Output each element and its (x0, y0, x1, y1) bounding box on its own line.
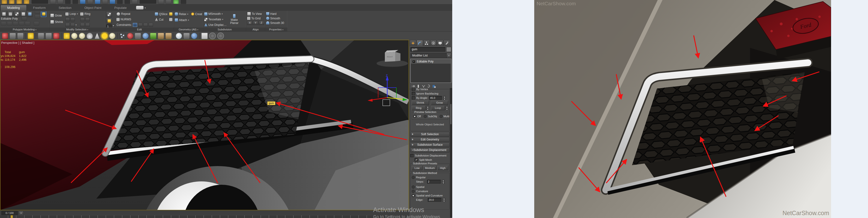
align-to-grid-button[interactable]: To Grid (247, 16, 264, 21)
previous-modifier-icon[interactable] (35, 11, 40, 14)
molecule-icon[interactable] (127, 33, 133, 39)
ring-button[interactable]: Ring (412, 106, 426, 110)
smooth-edges-button[interactable]: Smooth (266, 16, 286, 21)
loop-shrink-icon[interactable] (70, 17, 75, 21)
ring-spinner[interactable] (426, 106, 429, 110)
align-to-view-button[interactable]: To View (247, 11, 264, 16)
shrink-button[interactable]: Shrink (50, 20, 63, 25)
cut-button[interactable]: Cut (155, 17, 167, 22)
video-camera-icon[interactable] (53, 33, 59, 39)
ox-animal-icon[interactable] (165, 33, 172, 39)
viewport-label[interactable]: Perspective ] [ Shaded ] (1, 41, 34, 44)
by-angle-field[interactable]: 45.0 (429, 96, 442, 100)
loop-button[interactable]: Loop (431, 106, 445, 110)
relax-button[interactable]: Relax▾ (175, 11, 189, 16)
object-color-swatch[interactable] (446, 47, 451, 52)
tab-create-icon[interactable] (410, 40, 416, 46)
select-object-icon[interactable] (50, 0, 56, 4)
regular-radio-row[interactable]: Regular (412, 175, 448, 179)
notes-icon[interactable] (202, 33, 208, 39)
minimize-ribbon-icon[interactable] (136, 6, 144, 9)
poly-tool-icon-2[interactable] (7, 21, 12, 26)
grow-button[interactable]: Grow (50, 13, 63, 18)
msmooth-button[interactable]: MSmooth▾ (204, 11, 226, 16)
show-end-result-icon[interactable] (416, 84, 420, 88)
pin-stack-icon[interactable] (411, 84, 415, 88)
blue-sphere-icon[interactable] (191, 33, 197, 39)
selection-filter-dropdown[interactable] (31, 0, 49, 4)
steps-field[interactable]: 2 (427, 180, 441, 184)
preview-subobj-radio[interactable] (424, 115, 427, 118)
split-mesh-checkbox[interactable]: ✓Split Mesh (410, 158, 450, 162)
constrain-none-icon[interactable] (133, 23, 137, 27)
expand-stack-icon[interactable]: + (412, 60, 415, 63)
preset-medium-button[interactable]: Medium (424, 166, 436, 170)
window-crossing-icon[interactable] (72, 0, 78, 4)
texture-tiles-icon[interactable] (183, 33, 190, 39)
remove-modifier-icon[interactable] (427, 84, 431, 88)
tab-modeling[interactable]: Modeling (0, 5, 27, 11)
time-slider-handle[interactable] (10, 215, 13, 218)
make-unique-icon[interactable] (422, 84, 425, 88)
edge-spinner[interactable] (443, 198, 445, 202)
ring-grow-icon[interactable] (80, 17, 85, 21)
ribbon-options-caret-icon[interactable]: ▾ (145, 7, 146, 9)
subdivision-displacement-checkbox[interactable]: Subdivision Displacement (410, 153, 450, 158)
tab-populate[interactable]: Populate (108, 5, 133, 11)
p-connect-button[interactable]: P Connect▾ (169, 17, 173, 22)
border-mode-icon[interactable] (14, 11, 20, 17)
tessellate-button[interactable]: Tessellate▾ (204, 17, 226, 22)
panel-label-modify-selection[interactable]: Modify Selection ▾ (50, 28, 105, 31)
align-y-button[interactable]: Y (253, 21, 258, 25)
use-displacement-button[interactable]: Use Displac… (204, 22, 226, 27)
tab-motion-icon[interactable] (430, 40, 437, 46)
attach-button[interactable]: Attach▾ (175, 17, 189, 23)
tab-modify-icon[interactable] (416, 40, 423, 46)
align-x-button[interactable]: X (247, 21, 252, 25)
toggle-scene-explorer-icon[interactable] (173, 0, 179, 4)
rollout-soft-selection[interactable]: +Soft Selection (410, 132, 450, 137)
ring-button[interactable]: Ring (80, 11, 90, 16)
ring-shift-up-icon[interactable] (80, 23, 85, 27)
ring-shrink-icon[interactable] (85, 17, 90, 21)
next-modifier-icon[interactable] (35, 14, 40, 19)
white-sphere-icon[interactable] (176, 33, 182, 39)
loop-shift-icon[interactable] (65, 23, 70, 27)
constrain-normal-icon[interactable] (149, 23, 153, 27)
constrain-edge-icon[interactable] (138, 23, 143, 27)
rock-icon[interactable] (143, 33, 149, 39)
element-mode-icon[interactable] (27, 11, 33, 17)
rendered-frame-window-icon[interactable] (17, 33, 24, 39)
select-and-link-icon[interactable] (16, 0, 22, 4)
by-angle-checkbox[interactable] (412, 96, 415, 100)
rollout-subdivision-displacement[interactable]: −Subdivision Displacement (410, 148, 450, 152)
particle-array-icon[interactable] (119, 33, 126, 39)
reference-coordinate-dropdown[interactable] (102, 0, 108, 4)
scrollbar-thumb[interactable] (450, 104, 452, 124)
modifier-stack[interactable]: + Editable Poly (410, 59, 451, 83)
vertex-mode-icon[interactable] (1, 11, 7, 17)
loop-button[interactable]: Loop▾ (65, 11, 78, 16)
show-end-result-icon[interactable] (41, 11, 46, 17)
area-light-icon[interactable] (64, 33, 70, 39)
sun-icon[interactable] (101, 33, 108, 39)
curvature-radio-row[interactable]: Curvature (412, 189, 448, 193)
swift-loop-button[interactable]: Swift Loop (169, 11, 173, 16)
tab-display-icon[interactable] (437, 40, 443, 46)
spatial-and-curvature-radio-row[interactable]: Spatial and Curvature (412, 193, 448, 198)
smooth-30-button[interactable]: Smooth 30 (266, 21, 286, 25)
select-and-move-icon[interactable] (80, 0, 86, 4)
poly-tool-icon-1[interactable] (1, 21, 6, 26)
object-name-field[interactable]: gum (410, 47, 445, 52)
edge-field[interactable]: 20.0 (428, 198, 441, 202)
stack-item-editable-poly[interactable]: + Editable Poly (411, 59, 451, 64)
info-icon[interactable] (217, 33, 224, 39)
sphere-light-icon[interactable] (109, 33, 115, 39)
rollout-edit-geometry[interactable]: +Edit Geometry (410, 137, 450, 142)
tab-utilities-icon[interactable] (443, 40, 450, 46)
perspective-viewport[interactable]: RIGHT Z Perspective ] (0, 40, 409, 210)
poly-tool-icon-5[interactable] (25, 21, 30, 26)
undo-icon[interactable] (1, 0, 7, 4)
tab-hierarchy-icon[interactable] (423, 40, 430, 46)
panel-label-properties[interactable]: Properties ▾ (265, 28, 287, 31)
